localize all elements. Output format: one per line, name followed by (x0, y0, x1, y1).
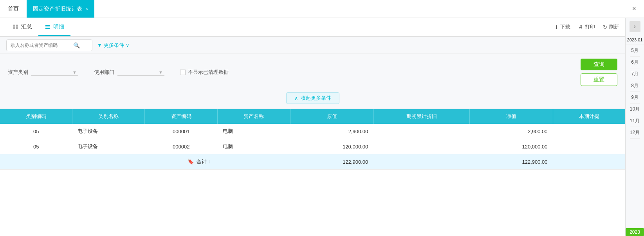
filter-icon: ▼ (97, 42, 102, 48)
tab-detail-label: 明细 (53, 23, 64, 30)
tab-close-icon[interactable]: × (85, 6, 88, 12)
cell-original-value: 120,000.00 (290, 139, 373, 154)
sidebar-month-item[interactable]: 11月 (630, 115, 640, 127)
filter-panel: 资产类别 ▼ 使用部门 ▼ 不显示已清理数据 (0, 54, 625, 109)
query-button[interactable]: 查询 (581, 59, 617, 70)
collapse-label: 收起更多条件 (301, 95, 331, 102)
data-table: 类别编码 类别名称 资产编码 资产名称 原值 期初累计折旧 净值 本期计提 05… (0, 109, 625, 170)
download-button[interactable]: ⬇ 下载 (554, 23, 570, 30)
cell-asset-name: 电脑 (217, 139, 290, 154)
sidebar-expand-arrow[interactable]: › (630, 21, 640, 32)
cell-net-value: 2,900.00 (469, 124, 553, 139)
tab-label: 固定资产折旧统计表 (33, 5, 82, 13)
print-icon: 🖨 (578, 24, 583, 30)
col-header-asset-code: 资产编码 (145, 109, 218, 124)
sidebar-current-month[interactable]: 2023.01 (626, 35, 644, 45)
summary-current-period (553, 154, 625, 170)
sub-tabs: 汇总 明细 ⬇ 下载 🖨 打印 ↻ 刷新 (0, 18, 625, 37)
reset-button[interactable]: 重置 (581, 73, 617, 86)
table-row: 05 电子设备 000002 电脑 120,000.00 120,000.00 (0, 139, 625, 154)
department-select[interactable]: ▼ (117, 69, 164, 76)
cell-asset-code: 000001 (145, 124, 218, 139)
table-header-row: 类别编码 类别名称 资产编码 资产名称 原值 期初累计折旧 净值 本期计提 (0, 109, 625, 124)
table-row: 05 电子设备 000001 电脑 2,900.00 2,900.00 (0, 124, 625, 139)
sidebar-month-item[interactable]: 10月 (630, 104, 640, 115)
refresh-label: 刷新 (609, 23, 619, 30)
cell-asset-code: 000002 (145, 139, 218, 154)
left-panel: 汇总 明细 ⬇ 下载 🖨 打印 ↻ 刷新 (0, 18, 625, 236)
asset-category-select[interactable]: ▼ (31, 69, 78, 76)
search-icon[interactable]: 🔍 (73, 42, 80, 48)
hide-cleared-checkbox-wrap[interactable]: 不显示已清理数据 (180, 69, 229, 76)
cell-accumulated (373, 139, 469, 154)
svg-rect-5 (45, 27, 50, 27)
sidebar-month-item[interactable]: 8月 (630, 80, 640, 92)
summary-icon (13, 24, 19, 30)
sidebar-month-item[interactable]: 9月 (630, 92, 640, 104)
asset-category-filter: 资产类别 ▼ (8, 69, 78, 76)
print-button[interactable]: 🖨 打印 (578, 23, 595, 30)
chevron-down-icon: ∨ (126, 42, 130, 48)
top-bar: 首页 固定资产折旧统计表 × × (0, 0, 644, 18)
cell-current-period (553, 124, 625, 139)
tab-summary-label: 汇总 (21, 23, 32, 30)
download-icon: ⬇ (554, 24, 559, 30)
cell-net-value: 120,000.00 (469, 139, 553, 154)
summary-label-cell: 🔖 合计： (0, 154, 217, 170)
asset-category-label: 资产类别 (8, 69, 28, 76)
cell-category-name: 电子设备 (72, 124, 145, 139)
search-bar: 🔍 ▼ 更多条件 ∨ (0, 37, 625, 54)
cell-code: 05 (0, 139, 72, 154)
sidebar-month-item[interactable]: 7月 (630, 68, 640, 80)
tab-detail[interactable]: 明细 (38, 18, 70, 36)
svg-rect-0 (13, 25, 15, 27)
tab-actions: ⬇ 下载 🖨 打印 ↻ 刷新 (554, 23, 619, 30)
asset-category-arrow-icon: ▼ (72, 70, 77, 75)
download-label: 下载 (560, 23, 570, 30)
department-filter: 使用部门 ▼ (94, 69, 164, 76)
search-input[interactable] (11, 43, 73, 48)
col-header-original-value: 原值 (290, 109, 373, 124)
filter-actions: 查询 重置 (581, 59, 617, 86)
table-summary-row: 🔖 合计： 122,900.00 122,900.00 (0, 154, 625, 170)
collapse-button[interactable]: ∧ 收起更多条件 (286, 92, 339, 104)
refresh-button[interactable]: ↻ 刷新 (603, 23, 619, 30)
home-tab[interactable]: 首页 (0, 0, 27, 18)
cell-code: 05 (0, 124, 72, 139)
svg-rect-3 (16, 27, 18, 29)
department-arrow-icon: ▼ (159, 70, 163, 75)
summary-original-value: 122,900.00 (290, 154, 373, 170)
summary-net-value: 122,900.00 (469, 154, 553, 170)
cell-original-value: 2,900.00 (290, 124, 373, 139)
sidebar-month-item[interactable]: 5月 (630, 45, 640, 57)
detail-icon (45, 24, 51, 30)
window-close-button[interactable]: × (624, 0, 644, 18)
svg-rect-4 (45, 25, 50, 26)
right-sidebar: › 2023.01 5月6月7月8月9月10月11月12月 2023 (625, 18, 644, 236)
cell-current-period (553, 139, 625, 154)
summary-icon: 🔖 (188, 159, 194, 164)
refresh-icon: ↻ (603, 24, 607, 30)
sidebar-month-item[interactable]: 6月 (630, 57, 640, 68)
chevron-up-icon: ∧ (294, 95, 298, 101)
print-label: 打印 (585, 23, 595, 30)
search-input-wrap[interactable]: 🔍 (6, 39, 92, 51)
main-content: 汇总 明细 ⬇ 下载 🖨 打印 ↻ 刷新 (0, 18, 644, 236)
cell-asset-name: 电脑 (217, 124, 290, 139)
filter-row: 资产类别 ▼ 使用部门 ▼ 不显示已清理数据 (8, 59, 617, 86)
active-tab[interactable]: 固定资产折旧统计表 × (27, 0, 94, 18)
more-conditions-label: 更多条件 (104, 42, 124, 49)
summary-label: 合计： (197, 159, 212, 164)
col-header-category-name: 类别名称 (72, 109, 145, 124)
summary-accumulated (373, 154, 469, 170)
col-header-category-code: 类别编码 (0, 109, 72, 124)
tab-summary[interactable]: 汇总 (6, 18, 38, 36)
svg-rect-1 (16, 25, 18, 27)
hide-cleared-checkbox[interactable] (180, 70, 186, 75)
col-header-current-period: 本期计提 (553, 109, 625, 124)
more-conditions-button[interactable]: ▼ 更多条件 ∨ (97, 42, 130, 49)
sidebar-month-item[interactable]: 12月 (630, 127, 640, 139)
svg-rect-6 (45, 28, 50, 29)
svg-rect-2 (13, 27, 15, 29)
year-badge[interactable]: 2023 (626, 228, 644, 236)
